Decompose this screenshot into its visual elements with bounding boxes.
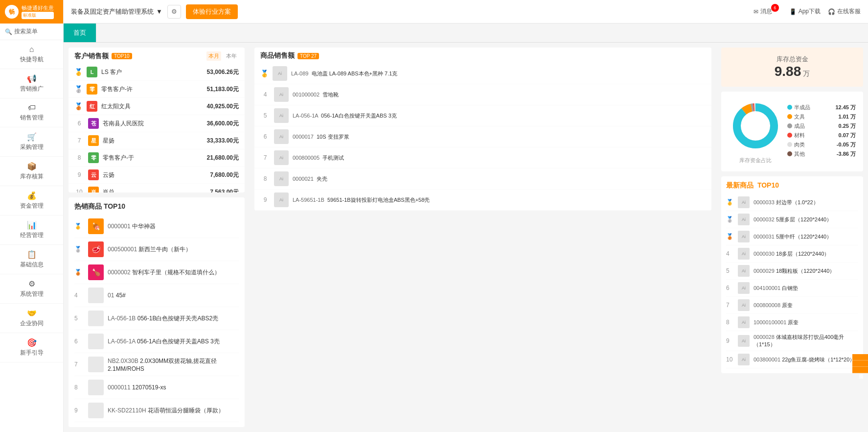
nav-item-yingxiao[interactable]: 📢 营销推广 — [0, 69, 63, 98]
table-row: 🥈 零 零售客户-许 51,183.00元 — [69, 81, 245, 98]
product-image: Ai — [274, 129, 289, 144]
product-image: Ai — [274, 150, 289, 165]
nav-icon-inventory: 📦 — [27, 162, 37, 171]
list-item: 🥉 Ai 0000031 5厘中纤（1220*2440） — [726, 228, 858, 245]
avatar: 肖 — [88, 187, 99, 192]
product-rank-badge: TOP 27 — [297, 53, 319, 59]
float-btn-community[interactable]: 服务社区 — [852, 360, 868, 367]
nav-item-jingying[interactable]: 📊 经营管理 — [0, 216, 63, 245]
legend-item: 半成品 12.45 万 — [787, 104, 856, 111]
nav-item-jichu[interactable]: 📋 基础信息 — [0, 245, 63, 274]
donut-label: 库存资金占比 — [739, 157, 772, 164]
left-column: 客户销售额 TOP10 本月 本年 🥇 L LS 客户 53,006.26元 — [64, 43, 250, 432]
period-tab-year[interactable]: 本年 — [224, 51, 239, 61]
period-tabs: 本月 本年 — [206, 51, 239, 61]
avatar: 零 — [88, 152, 99, 163]
product-image: Ai — [274, 192, 289, 207]
nav-item-caigou[interactable]: 🛒 采购管理 — [0, 127, 63, 157]
tab-home[interactable]: 首页 — [64, 24, 96, 42]
nav-icon-finance: 💰 — [27, 191, 37, 200]
float-btn-live[interactable]: 直播 — [852, 367, 868, 373]
nav-icon-home: ⌂ — [29, 45, 34, 54]
product-image: Ai — [738, 299, 750, 311]
nav-icon-collab: 🤝 — [27, 309, 37, 318]
inventory-label: 库存总资金 — [729, 55, 856, 64]
nav-icon-system: ⚙ — [28, 279, 35, 288]
nav-item-xiaoshou[interactable]: 🏷 销售管理 — [0, 98, 63, 127]
online-service-button[interactable]: 🎧 在线客服 — [828, 7, 861, 16]
medal-icon-3: 🥉 — [74, 102, 83, 110]
table-row: 7 星 星扬 33,333.00元 — [69, 132, 245, 149]
nav-item-qiye[interactable]: 🤝 企业协同 — [0, 304, 63, 333]
avatar: L — [87, 67, 97, 77]
nav-item-xinshou[interactable]: 🎯 新手引导 — [0, 333, 63, 362]
product-image: 🥩 — [88, 241, 104, 257]
period-tab-month[interactable]: 本月 — [206, 51, 221, 61]
customer-rank-badge: TOP10 — [112, 53, 132, 59]
nav-icon-base: 📋 — [27, 250, 37, 259]
nav-item-zijin[interactable]: 💰 资金管理 — [0, 186, 63, 216]
product-image: Ai — [274, 171, 289, 186]
product-image — [88, 311, 104, 326]
list-item: 7 NB2.0X30B 2.0X30MM双搓花轴,搓花直径2.1MM/ROHS — [74, 353, 239, 376]
donut-legend: 半成品 12.45 万 文具 1.01 万 成品 0.25 万 — [787, 104, 856, 160]
list-item: 7 Ai 000800008 原奎 — [726, 297, 858, 314]
product-image — [88, 288, 104, 303]
product-image: 🍖 — [88, 218, 104, 234]
list-item: 🥈 Ai 0000032 5厘多层（1220*2440） — [726, 211, 858, 228]
hot-products-title: 热销商品 TOP10 — [74, 202, 239, 211]
settings-button[interactable]: ⚙ — [167, 5, 181, 19]
nav-icon-guide: 🎯 — [27, 338, 37, 347]
table-row: 8 Ai 0000021 夹壳 — [254, 168, 711, 190]
inventory-unit: 万 — [803, 70, 810, 78]
product-image: Ai — [738, 196, 750, 208]
inventory-summary: 库存总资金 9.88 万 — [721, 48, 863, 87]
system-selector[interactable]: 装备及固定资产辅助管理系统 ▼ — [71, 7, 162, 16]
product-image: Ai — [738, 335, 750, 347]
message-button[interactable]: ✉ 消息 6 — [754, 7, 782, 16]
table-row: 🥉 红 红太阳文具 40,925.00元 — [69, 98, 245, 115]
table-row: 7 Ai 000800005 手机测试 — [254, 147, 711, 168]
table-row: 9 云 云扬 7,680.00元 — [69, 167, 245, 184]
app-download-button[interactable]: 📱 App下载 — [789, 7, 821, 16]
product-image: Ai — [738, 214, 750, 225]
float-buttons: 客服热线 服务社区 直播 — [852, 354, 868, 373]
nav-item-kuaijie[interactable]: ⌂ 快捷导航 — [0, 40, 63, 69]
message-icon: ✉ — [754, 8, 758, 15]
list-item: 9 KK-SD22110H 花语萌恒温分腿睡袋（厚款） — [74, 399, 239, 422]
message-badge: 6 — [771, 4, 779, 12]
table-row: 6 Ai 0000017 10S 变扭罗浆 — [254, 126, 711, 147]
medal-icon-2: 🥈 — [74, 85, 83, 93]
tab-bar: 首页 — [64, 24, 868, 43]
list-item: 6 Ai 004100001 白钢垫 — [726, 280, 858, 297]
legend-dot — [787, 114, 792, 119]
list-item: 5 LA-056-1B 056-1B白色按键开关壳ABS2壳 — [74, 307, 239, 330]
list-item: 🥈 🥩 000500001 新西兰牛肉（新牛） — [74, 238, 239, 261]
product-image: 🍗 — [88, 264, 104, 280]
nav-icon-sales: 🏷 — [28, 103, 36, 112]
float-btn-service[interactable]: 客服热线 — [852, 354, 868, 360]
avatar: 星 — [88, 135, 99, 146]
customer-rank-title: 客户销售额 — [74, 52, 109, 61]
try-plan-button[interactable]: 体验行业方案 — [186, 4, 238, 19]
product-image: Ai — [738, 354, 750, 365]
sidebar-search-area[interactable]: 🔍 搜索菜单 — [0, 24, 63, 40]
sidebar: 畅 畅捷通好生意 标准版 🔍 搜索菜单 ⌂ 快捷导航 📢 营销推广 🏷 销售管理… — [0, 0, 64, 432]
hot-products-panel: 热销商品 TOP10 🥇 🍖 0000001 中华神器 🥈 🥩 00050000… — [69, 197, 245, 427]
customer-rank-panel: 客户销售额 TOP10 本月 本年 🥇 L LS 客户 53,006.26元 — [69, 48, 245, 192]
avatar: 云 — [88, 169, 99, 180]
nav-item-kucun[interactable]: 📦 库存核算 — [0, 157, 63, 186]
product-image: Ai — [274, 108, 289, 123]
legend-dot — [787, 105, 792, 110]
legend-dot — [787, 151, 792, 156]
nav-icon-purchase: 🛒 — [27, 132, 37, 142]
middle-column: 商品销售额 TOP 27 🥇 Ai LA-089 电池盖 LA-089 ABS本… — [250, 43, 716, 432]
main-area: 装备及固定资产辅助管理系统 ▼ ⚙ 体验行业方案 ✉ 消息 6 📱 App下载 … — [64, 0, 868, 432]
table-row: 🥇 Ai LA-089 电池盖 LA-089 ABS本色+黑种 7.1克 — [254, 63, 711, 84]
search-menu-button[interactable]: 🔍 搜索菜单 — [5, 27, 38, 36]
medal-icon-1: 🥇 — [74, 68, 83, 76]
legend-dot — [787, 123, 792, 128]
nav-item-xitong[interactable]: ⚙ 系统管理 — [0, 274, 63, 304]
sidebar-logo: 畅 畅捷通好生意 标准版 — [0, 0, 63, 24]
legend-item: 肉类 -0.05 万 — [787, 141, 856, 148]
